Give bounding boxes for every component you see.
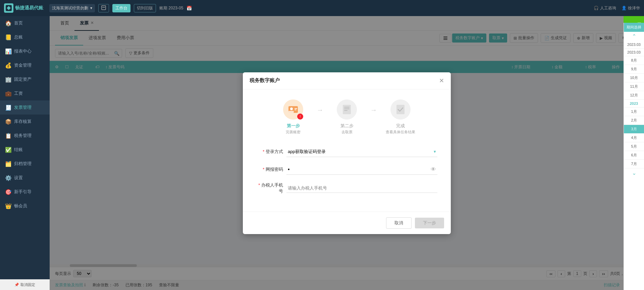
sidebar-item-finance[interactable]: 💰 资金管理 (0, 58, 50, 72)
user-name: 徐泽华 (628, 5, 640, 11)
step1-icon-wrap: ! (283, 99, 303, 120)
guide-icon: 🎯 (5, 189, 11, 195)
period-nov[interactable]: 11月 (624, 82, 644, 91)
period-jan[interactable]: 1月 (624, 107, 644, 116)
modal-body: ! 第一步 完善账密 → (243, 89, 451, 212)
step1-desc: 完善账密 (286, 130, 301, 135)
period-2023-03-2[interactable]: 2023.03 (624, 49, 644, 56)
sidebar-item-reports[interactable]: 📊 报表中心 (0, 44, 50, 58)
svg-rect-13 (344, 108, 350, 109)
cancel-btn[interactable]: 取消 (386, 217, 412, 229)
modal-header: 税务数字账户 ✕ (243, 72, 451, 89)
login-method-select[interactable]: app获取验证码登录 ▾ (286, 147, 437, 157)
step-2: 第二步 去取票 (323, 99, 370, 135)
period-scroll-down-btn[interactable]: ⌄ (624, 168, 644, 177)
sidebar-item-member[interactable]: 👑 畅会员 (0, 199, 50, 213)
period-2023-year[interactable]: 2023 (624, 100, 644, 107)
svg-rect-1 (102, 6, 106, 10)
sidebar-item-inventory[interactable]: 📦 库存核算 (0, 115, 50, 129)
user-avatar[interactable]: 👤 徐泽华 (622, 5, 640, 11)
dropdown-arrow-icon: ▾ (434, 149, 436, 154)
svg-rect-8 (288, 111, 294, 113)
sidebar-item-ledger[interactable]: 📒 总账 (0, 30, 50, 44)
logo: 畅捷通易代账 (4, 3, 43, 13)
calendar-icon[interactable]: 📅 (186, 6, 192, 11)
step3-check-icon (394, 103, 407, 116)
sidebar-label-assets: 固定资产 (14, 76, 32, 82)
cancel-fixed-btn[interactable]: 📌 取消固定 (0, 279, 50, 290)
member-icon: 👑 (5, 203, 11, 209)
period-apr[interactable]: 4月 (624, 134, 644, 142)
support-btn[interactable]: 🎧 人工咨询 (594, 5, 616, 11)
settings-icon: ⚙️ (5, 175, 11, 181)
salary-icon: 💼 (5, 90, 11, 96)
period-sep[interactable]: 9月 (624, 65, 644, 74)
sidebar-label-tax: 税务管理 (14, 133, 32, 139)
svg-rect-15 (396, 105, 405, 114)
login-method-row: * 登录方式 app获取验证码登录 ▾ (256, 147, 437, 157)
sidebar-label-guide: 新手引导 (14, 189, 32, 195)
step3-icon-wrap (390, 99, 411, 120)
period-dec[interactable]: 12月 (624, 91, 644, 100)
eye-toggle-icon[interactable]: 👁 (431, 166, 436, 172)
period-oct[interactable]: 10月 (624, 74, 644, 82)
svg-rect-9 (294, 108, 297, 109)
period-jul[interactable]: 7月 (624, 160, 644, 168)
step-1: ! 第一步 完善账密 (270, 99, 317, 135)
login-method-label: * 登录方式 (256, 149, 286, 155)
step2-desc: 去取票 (341, 130, 353, 135)
step-3: 完成 查看具体任务结果 (377, 99, 424, 135)
period-header: 期间选择 (624, 23, 644, 32)
switch-version-btn[interactable]: 切到旧版 (134, 4, 156, 12)
company-selector[interactable]: 沈海英测试经营勿删 ▾ (49, 4, 95, 12)
sidebar-item-home[interactable]: 🏠 首页 (0, 16, 50, 30)
sidebar-label-archive: 归档管理 (14, 161, 32, 167)
period-scroll-up-btn[interactable]: ⌃ (624, 32, 644, 41)
modal-close-btn[interactable]: ✕ (439, 77, 444, 84)
period-info: 账期 2023-05 (159, 5, 183, 11)
app-container: 畅捷通易代账 沈海英测试经营勿删 ▾ 工作台 切到旧版 账期 2023-05 📅… (0, 0, 644, 290)
sidebar-item-tax[interactable]: 📋 税务管理 (0, 129, 50, 143)
workspace-btn[interactable]: 工作台 (112, 4, 130, 12)
svg-rect-10 (294, 110, 297, 110)
step3-title: 完成 (396, 123, 405, 129)
sidebar-item-salary[interactable]: 💼 工资 (0, 86, 50, 100)
sidebar-label-inventory: 库存核算 (14, 119, 32, 125)
step-arrow-2: → (370, 99, 377, 114)
pin-icon: 📌 (14, 283, 19, 287)
sidebar-item-assets[interactable]: 🏢 固定资产 (0, 72, 50, 86)
company-name: 沈海英测试经营勿删 (52, 5, 88, 11)
sidebar-item-invoice[interactable]: 🧾 发票管理 (0, 100, 50, 115)
period-jun[interactable]: 6月 (624, 151, 644, 160)
sidebar-label-settings: 设置 (14, 175, 23, 181)
period-mar[interactable]: 3月 (624, 125, 644, 134)
reports-icon: 📊 (5, 48, 11, 54)
period-feb[interactable]: 2月 (624, 116, 644, 125)
step3-desc: 查看具体任务结果 (386, 130, 415, 135)
period-may[interactable]: 5月 (624, 142, 644, 151)
phone-label: * 办税人手机号 (256, 182, 286, 194)
period-2023-03-1[interactable]: 2023.03 (624, 41, 644, 49)
phone-row: * 办税人手机号 (256, 182, 437, 194)
phone-input[interactable] (286, 184, 437, 193)
right-period-panel: 开票日期 期间选择 ⌃ 2023.03 2023.03 8月 9月 10月 11… (624, 16, 644, 290)
sidebar-label-member: 畅会员 (14, 203, 27, 209)
step1-person-icon (287, 103, 299, 116)
open-period-btn[interactable]: 开票日期 (624, 16, 644, 23)
sidebar-item-settle[interactable]: ✅ 结账 (0, 143, 50, 157)
sidebar-item-archive[interactable]: 🗂️ 归档管理 (0, 157, 50, 171)
sidebar-label-invoice: 发票管理 (14, 104, 32, 111)
chevron-down-icon: ▾ (90, 6, 92, 10)
required-star-pw: * (263, 167, 264, 172)
next-btn[interactable]: 下一步 (415, 218, 444, 228)
sidebar-item-settings[interactable]: ⚙️ 设置 (0, 171, 50, 185)
top-bar: 畅捷通易代账 沈海英测试经营勿删 ▾ 工作台 切到旧版 账期 2023-05 📅… (0, 0, 644, 16)
svg-rect-12 (344, 107, 350, 107)
sidebar-item-guide[interactable]: 🎯 新手引导 (0, 185, 50, 199)
password-input[interactable] (288, 166, 431, 172)
step1-title: 第一步 (287, 123, 300, 129)
period-aug[interactable]: 8月 (624, 56, 644, 65)
archive-btn[interactable] (98, 4, 109, 12)
sidebar-label-reports: 报表中心 (14, 48, 32, 54)
person-icon: 👤 (622, 6, 627, 10)
